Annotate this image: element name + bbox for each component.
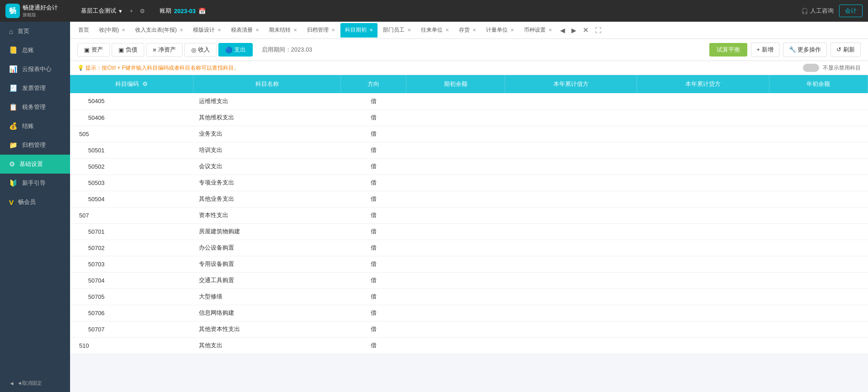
tab-unit[interactable]: 计量单位 ✕ — [481, 23, 519, 38]
more-button[interactable]: 🔧 更多操作 — [783, 43, 827, 57]
account-button[interactable]: 会计 — [839, 5, 863, 17]
tab-close-period-end[interactable]: ✕ — [293, 28, 297, 33]
table-row[interactable]: 50502会议支出借 — [70, 158, 868, 175]
refresh-button[interactable]: ↺ 刷新 — [830, 43, 861, 57]
tab-template[interactable]: 模版设计 ✕ — [189, 23, 226, 38]
tab-label-currency: 币种设置 — [524, 26, 546, 34]
tab-period-end[interactable]: 期末结转 ✕ — [264, 23, 302, 38]
tab-expand[interactable]: ⛶ — [592, 25, 604, 36]
table-row[interactable]: 50503专项业务支出借 — [70, 175, 868, 191]
cell-year-opening — [769, 207, 868, 223]
cell-direction: 借 — [341, 142, 406, 158]
sidebar-item-ledger[interactable]: 📒 总账 — [0, 41, 70, 60]
filter-income[interactable]: ◎ 收入 — [184, 43, 217, 57]
tab-nav-right[interactable]: ▶ — [569, 25, 579, 36]
table-row[interactable]: 50405运维维支出借 — [70, 93, 868, 109]
logo-text: 畅捷通好会计 旗舰版 — [23, 4, 58, 18]
sidebar-item-settings[interactable]: ⚙ 基础设置 — [0, 155, 70, 174]
cell-code: 50405 — [70, 93, 193, 109]
settings-icon[interactable]: ⚙ — [140, 8, 145, 14]
sidebar-label-settings: 基础设置 — [19, 160, 43, 168]
calendar-icon[interactable]: 📅 — [198, 8, 206, 14]
table-row[interactable]: 50706信息网络购建借 — [70, 305, 868, 321]
disable-toggle[interactable] — [803, 64, 819, 72]
tab-archive[interactable]: 归档管理 ✕ — [302, 23, 340, 38]
tab-close-currency[interactable]: ✕ — [548, 28, 552, 33]
add-button[interactable]: + 新增 — [751, 43, 779, 57]
filter-liability[interactable]: ▣ 负债 — [112, 43, 144, 57]
help-button[interactable]: 🎧 人工咨询 — [801, 7, 834, 15]
tab-close-income[interactable]: ✕ — [179, 28, 183, 33]
tab-close-all[interactable]: ✕ — [580, 24, 591, 36]
cell-opening — [406, 321, 505, 337]
tab-label-partner: 往来单位 — [421, 26, 443, 34]
tax-icon: 📋 — [9, 103, 18, 111]
sidebar-label-reports: 云报表中心 — [22, 65, 52, 73]
sidebar-pin-toggle[interactable]: ◄ ◄取消固定 — [0, 374, 70, 392]
sidebar-item-member[interactable]: V 畅会员 — [0, 193, 70, 212]
sidebar-item-home[interactable]: ⌂ 首页 — [0, 22, 70, 41]
table-row[interactable]: 507资本性支出借 — [70, 207, 868, 223]
tab-close-balance-mid[interactable]: ✕ — [122, 28, 125, 33]
cell-direction: 借 — [341, 321, 406, 337]
tab-balance-mid[interactable]: 收(中期) ✕ — [94, 23, 130, 38]
tab-subject-init[interactable]: 科目期初 ✕ — [340, 23, 377, 38]
sidebar-item-reports[interactable]: 📊 云报表中心 — [0, 60, 70, 79]
filter-net-asset[interactable]: ≡ 净资产 — [146, 43, 183, 57]
company-selector[interactable]: 基层工会测试 ▾ ＋ ⚙ — [81, 7, 145, 15]
tab-home[interactable]: 首页 — [74, 23, 94, 38]
col-direction: 方向 — [341, 75, 406, 93]
tab-income[interactable]: 收入支出表(年报) ✕ — [131, 23, 188, 38]
tab-close-partner[interactable]: ✕ — [445, 28, 449, 33]
filter-expense[interactable]: 🔵 支出 — [218, 43, 253, 57]
table-row[interactable]: 505业务支出借 — [70, 126, 868, 142]
table-row[interactable]: 50707其他资本性支出借 — [70, 321, 868, 337]
tab-dept[interactable]: 部门员工 ✕ — [378, 23, 415, 38]
tab-close-inventory[interactable]: ✕ — [472, 28, 476, 33]
sidebar-item-invoice[interactable]: 🧾 发票管理 — [0, 79, 70, 98]
tab-close-dept[interactable]: ✕ — [407, 28, 411, 33]
tab-close-subject-init[interactable]: ✕ — [369, 28, 373, 33]
pin-icon: ◄ — [9, 380, 14, 387]
table-row[interactable]: 50501培训支出借 — [70, 142, 868, 158]
tab-currency[interactable]: 币种设置 ✕ — [519, 23, 557, 38]
filter-asset[interactable]: ▣ 资产 — [77, 43, 110, 57]
cell-ytd-credit — [637, 240, 769, 256]
cell-ytd-debit — [505, 158, 637, 175]
pin-label: ◄取消固定 — [17, 380, 42, 387]
add-company-icon[interactable]: ＋ — [128, 7, 134, 15]
cell-opening — [406, 109, 505, 126]
table-row[interactable]: 510其他支出借 — [70, 337, 868, 354]
table-row[interactable]: 50705大型修缮借 — [70, 288, 868, 305]
table-row[interactable]: 50702办公设备购置借 — [70, 240, 868, 256]
gear-icon[interactable]: ⚙ — [142, 80, 148, 87]
table-row[interactable]: 50504其他业务支出借 — [70, 191, 868, 207]
table-row[interactable]: 50703专用设备购置借 — [70, 256, 868, 272]
cell-opening — [406, 93, 505, 109]
tab-inventory[interactable]: 存货 ✕ — [454, 23, 481, 38]
cell-code: 505 — [70, 126, 193, 142]
tab-close-template[interactable]: ✕ — [217, 28, 221, 33]
sidebar-item-checkout[interactable]: 💰 结账 — [0, 117, 70, 136]
cell-year-opening — [769, 191, 868, 207]
tab-nav-left[interactable]: ◀ — [557, 25, 568, 36]
sidebar-item-guide[interactable]: 🔰 新手引导 — [0, 174, 70, 193]
sidebar-item-archive[interactable]: 📁 归档管理 — [0, 136, 70, 155]
tab-tax[interactable]: 税表清册 ✕ — [226, 23, 264, 38]
tab-close-unit[interactable]: ✕ — [510, 28, 514, 33]
sidebar-item-tax[interactable]: 📋 税务管理 — [0, 98, 70, 117]
balance-button[interactable]: 试算平衡 — [709, 43, 747, 57]
tab-partner[interactable]: 往来单位 ✕ — [416, 23, 453, 38]
table-row[interactable]: 50406其他维权支出借 — [70, 109, 868, 126]
cell-opening — [406, 158, 505, 175]
sidebar-label-tax: 税务管理 — [22, 103, 46, 111]
table-row[interactable]: 50704交通工具购置借 — [70, 272, 868, 288]
table-row[interactable]: 50701房屋建筑物购建借 — [70, 223, 868, 240]
cell-opening — [406, 207, 505, 223]
cell-ytd-credit — [637, 158, 769, 175]
settings-icon: ⚙ — [9, 160, 15, 168]
tab-close-archive[interactable]: ✕ — [331, 28, 335, 33]
cell-ytd-debit — [505, 337, 637, 354]
tab-close-tax[interactable]: ✕ — [255, 28, 259, 33]
cell-code: 50406 — [70, 109, 193, 126]
